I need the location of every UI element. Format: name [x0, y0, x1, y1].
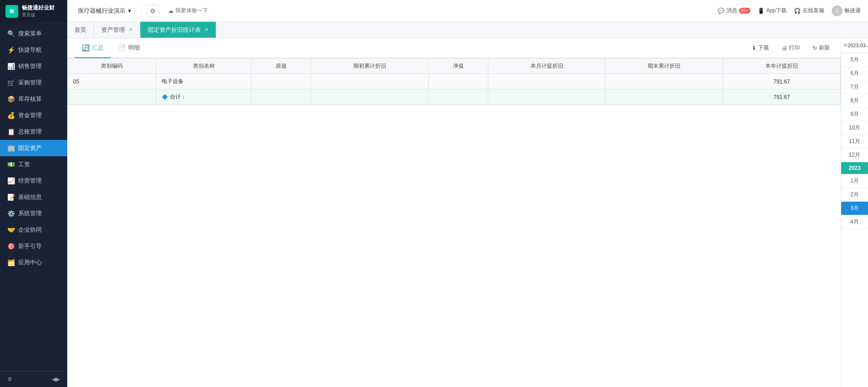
avatar: 人	[832, 5, 843, 16]
table-cell	[311, 74, 429, 89]
total-cell: 791.67	[723, 89, 841, 105]
month-item[interactable]: 3月	[841, 202, 868, 215]
sidebar-item-salary[interactable]: 💵 工资	[0, 156, 67, 173]
month-item[interactable]: 1月	[841, 174, 868, 188]
top-bar-right: 💬 消息 99+ 📱 App下载 🎧 在线客服 人 畅捷通	[718, 5, 861, 16]
sidebar-item-inventory[interactable]: 📦 库存核算	[0, 91, 67, 107]
sales-nav-icon: 📊	[7, 63, 15, 70]
divider-1	[140, 6, 141, 15]
table-column-header: 期初累计折旧	[311, 59, 429, 74]
fixed-assets-nav-icon: 🏢	[7, 144, 15, 152]
summary-sub-tab-icon: 🔄	[82, 44, 89, 51]
enterprise-nav-label: 企业协同	[18, 226, 42, 234]
depreciation-table: 类别编码类别名称原值期初累计折旧净值本月计提折旧期末累计折旧本年计提折旧 05电…	[67, 58, 841, 105]
close-tab-asset-mgmt[interactable]: ✕	[129, 27, 133, 33]
customer-service-label: 在线客服	[803, 7, 824, 15]
company-selector[interactable]: 医疗器械行业演示 ▾	[74, 5, 135, 17]
panel-year-label: 2023.03	[848, 41, 866, 50]
tab-asset-mgmt[interactable]: 资产管理✕	[94, 22, 140, 38]
sub-tab-actions: ⬇ 下载🖨 打印↻ 刷新	[748, 42, 833, 54]
top-bar: 医疗器械行业演示 ▾ ⚙ ☁ 我要体验一下 💬 消息 99+ 📱 App下载 🎧…	[67, 0, 868, 22]
table-cell: 05	[68, 74, 156, 89]
sidebar-item-ledger[interactable]: 📋 总账管理	[0, 124, 67, 140]
table-total-row: 🔷合计：791.67	[68, 89, 841, 105]
quick-nav-nav-icon: ⚡	[7, 46, 15, 54]
gear-icon: ⚙	[150, 7, 156, 15]
experience-label: 我要体验一下	[175, 7, 208, 15]
ledger-nav-label: 总账管理	[18, 128, 42, 136]
operations-nav-label: 经营管理	[18, 177, 42, 185]
month-item[interactable]: 10月	[841, 121, 868, 135]
sidebar-item-basic-info[interactable]: 📝 基础信息	[0, 189, 67, 205]
basic-info-nav-icon: 📝	[7, 194, 15, 201]
customer-service-action[interactable]: 🎧 在线客服	[794, 7, 824, 15]
messages-badge: 99+	[739, 8, 750, 14]
month-item[interactable]: 12月	[841, 149, 868, 162]
month-item[interactable]: 6月	[841, 67, 868, 80]
download-action-btn[interactable]: ⬇ 下载	[748, 42, 773, 54]
table-row: 05电子设备791.67	[68, 74, 841, 89]
month-item[interactable]: 7月	[841, 80, 868, 94]
sub-tab-detail[interactable]: 📄 明细	[111, 38, 147, 58]
app-download-action[interactable]: 📱 App下载	[758, 7, 787, 15]
sub-tab-bar: 🔄 汇总📄 明细 ⬇ 下载🖨 打印↻ 刷新	[67, 38, 841, 58]
table-column-header: 本年计提折旧	[723, 59, 841, 74]
refresh-action-btn[interactable]: ↻ 刷新	[809, 42, 833, 54]
month-item[interactable]: 11月	[841, 135, 868, 149]
experience-btn[interactable]: ☁ 我要体验一下	[164, 5, 212, 16]
side-panel: ✕ 2023.03 ⤢ 5月6月7月8月9月10月11月12月20231月2月3…	[841, 38, 868, 387]
expand-panel-btn[interactable]: ⤢	[866, 42, 868, 49]
sidebar-title-block: 畅捷通好业财 普及版	[22, 5, 55, 18]
table-column-header: 本月计提折旧	[488, 59, 605, 74]
tab-home[interactable]: 首页	[67, 22, 94, 38]
sidebar-item-guide[interactable]: 🎯 新手引导	[0, 238, 67, 254]
basic-info-nav-label: 基础信息	[18, 193, 42, 201]
month-item[interactable]: 8月	[841, 94, 868, 108]
sidebar-item-operations[interactable]: 📈 经营管理	[0, 173, 67, 189]
print-icon: 🖨	[782, 45, 787, 51]
total-cell	[68, 89, 156, 105]
month-item[interactable]: 2月	[841, 188, 868, 202]
table-column-header: 类别编码	[68, 59, 156, 74]
sidebar-item-system[interactable]: ⚙️ 系统管理	[0, 205, 67, 222]
sidebar-item-search[interactable]: 🔍 搜索菜单	[0, 25, 67, 42]
total-cell: 🔷合计：	[156, 89, 252, 105]
refresh-icon: ↻	[813, 45, 817, 51]
guide-nav-label: 新手引导	[18, 242, 42, 250]
operations-nav-icon: 📈	[7, 177, 15, 184]
month-item[interactable]: 9月	[841, 108, 868, 121]
total-cell	[605, 89, 723, 105]
collapse-sidebar-btn[interactable]: ◀▶	[50, 375, 62, 383]
settings-btn[interactable]: ⚙	[146, 5, 159, 17]
purchase-nav-label: 采购管理	[18, 79, 42, 87]
messages-action[interactable]: 💬 消息 99+	[718, 7, 750, 15]
sidebar-nav: 🔍 搜索菜单⚡ 快捷导航📊 销售管理🛒 采购管理📦 库存核算💰 资金管理📋 总账…	[0, 23, 67, 371]
sidebar-item-finance[interactable]: 💰 资金管理	[0, 107, 67, 124]
enterprise-nav-icon: 🤝	[7, 226, 15, 233]
table-column-header: 期末累计折旧	[605, 59, 723, 74]
cloud-icon: ☁	[168, 8, 174, 14]
sales-nav-label: 销售管理	[18, 62, 42, 70]
finance-nav-label: 资金管理	[18, 111, 42, 119]
quick-nav-nav-label: 快捷导航	[18, 46, 42, 54]
sidebar-item-fixed-assets[interactable]: 🏢 固定资产	[0, 140, 67, 156]
close-tab-fixed-asset-dep[interactable]: ✕	[204, 27, 208, 33]
tab-fixed-asset-dep[interactable]: 固定资产折旧统计表✕	[140, 22, 216, 38]
print-action-btn[interactable]: 🖨 打印	[778, 42, 804, 54]
sidebar-item-app-center[interactable]: 🗂️ 应用中心	[0, 254, 67, 271]
sidebar-item-sales[interactable]: 📊 销售管理	[0, 58, 67, 74]
month-item[interactable]: 5月	[841, 53, 868, 67]
download-label: 下载	[758, 44, 769, 52]
user-profile-action[interactable]: 人 畅捷通	[832, 5, 861, 16]
settings-icon-btn[interactable]: ⚙	[5, 375, 14, 383]
tab-label-fixed-asset-dep: 固定资产折旧统计表	[148, 26, 201, 34]
close-panel-btn[interactable]: ✕	[843, 42, 848, 49]
sidebar-header: 畅 畅捷通好业财 普及版	[0, 0, 67, 23]
logo-text: 畅	[10, 8, 14, 15]
sidebar-item-purchase[interactable]: 🛒 采购管理	[0, 74, 67, 91]
sub-tab-summary[interactable]: 🔄 汇总	[74, 38, 111, 58]
table-column-header: 原值	[252, 59, 311, 74]
month-item[interactable]: 4月	[841, 215, 868, 229]
sidebar-item-enterprise[interactable]: 🤝 企业协同	[0, 222, 67, 238]
sidebar-item-quick-nav[interactable]: ⚡ 快捷导航	[0, 42, 67, 58]
